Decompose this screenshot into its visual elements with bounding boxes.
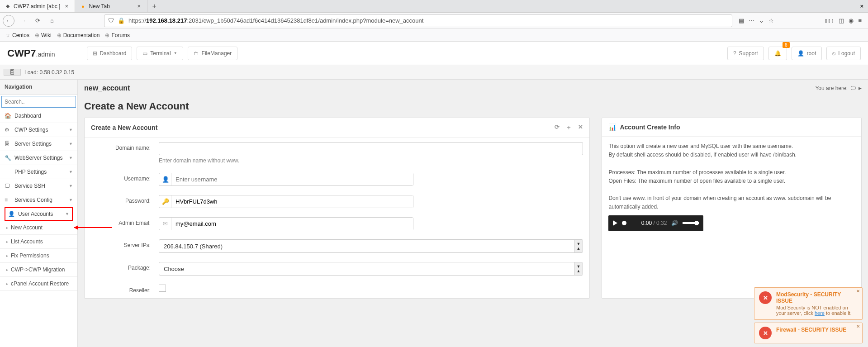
sidebar-item-service-ssh[interactable]: 🖵Service SSH▼ bbox=[0, 179, 77, 193]
form-panel: Create a New Account ⟳ ＋ ✕ Domain name: … bbox=[84, 118, 590, 299]
info-panel: 📊 Account Create Info This option will c… bbox=[602, 118, 862, 299]
tab-favicon: ◆ bbox=[5, 3, 11, 10]
sidebar-subitem-fix-permissions[interactable]: ▸Fix Permissions bbox=[0, 249, 77, 263]
user-icon: 👤 bbox=[797, 50, 804, 57]
chevron-down-icon: ▼ bbox=[69, 142, 73, 146]
sidebar-subitem-label: cPanel Account Restore bbox=[11, 280, 69, 287]
close-icon[interactable]: ✕ bbox=[856, 324, 860, 329]
chevron-right-icon: ▶ bbox=[859, 86, 862, 90]
forward-button[interactable]: → bbox=[17, 15, 29, 27]
reseller-checkbox[interactable] bbox=[159, 285, 166, 292]
sidebar-subitem-label: Fix Permissions bbox=[11, 252, 49, 259]
bell-icon: 🔔 bbox=[774, 50, 781, 57]
terminal-button[interactable]: ▭Terminal▼ bbox=[137, 47, 183, 60]
app-logo: CWP7.admin bbox=[7, 48, 55, 59]
sidebar-item-cwp-settings[interactable]: ⚙CWP Settings▼ bbox=[0, 123, 77, 137]
browser-right-tools: ⫿⫿⫿ ◫ ◉ ≡ bbox=[821, 17, 865, 24]
browser-tab-strip: ◆ CWP7.admin [abc ] × ● New Tab × + × bbox=[0, 0, 868, 13]
package-select[interactable]: Choose ▼▲ bbox=[159, 262, 583, 276]
new-tab-button[interactable]: + bbox=[147, 0, 161, 12]
serverips-select[interactable]: 206.84.150.7 (Shared) ▼▲ bbox=[159, 239, 583, 253]
bookmark-docs[interactable]: ⊕Documentation bbox=[57, 32, 100, 38]
bookmark-forums[interactable]: ⊕Forums bbox=[105, 32, 130, 38]
sidebar-subitem-cpanel-account-restore[interactable]: ▸cPanel Account Restore bbox=[0, 277, 77, 291]
sidebar-item-webserver-settings[interactable]: 🔧WebServer Settings▼ bbox=[0, 151, 77, 165]
tab-title: New Tab bbox=[89, 3, 133, 10]
search-input[interactable] bbox=[1, 96, 76, 108]
home-button[interactable]: ⌂ bbox=[46, 15, 58, 27]
menu-icon[interactable]: ≡ bbox=[858, 17, 862, 24]
browser-toolbar: ← → ⟳ ⌂ 🛡 🔒 https://192.168.18.217:2031/… bbox=[0, 13, 868, 29]
support-icon: ? bbox=[733, 50, 736, 57]
sidebar-item-php-settings[interactable]: PHP Settings▼ bbox=[0, 165, 77, 179]
username-input[interactable] bbox=[172, 173, 413, 185]
bookmark-star-icon[interactable]: ☆ bbox=[768, 17, 774, 24]
info-panel-header: 📊 Account Create Info bbox=[602, 118, 861, 137]
plus-icon[interactable]: ＋ bbox=[566, 124, 572, 132]
sidebar-item-label: PHP Settings bbox=[14, 169, 47, 175]
url-text: https://192.168.18.217:2031/cwp_1b50d746… bbox=[128, 17, 423, 24]
bookmark-wiki[interactable]: ⊕Wiki bbox=[35, 32, 52, 38]
sidebar-item-label: WebServer Settings bbox=[14, 155, 63, 161]
reload-button[interactable]: ⟳ bbox=[32, 15, 43, 27]
close-icon[interactable]: × bbox=[63, 3, 70, 10]
reader-icon[interactable]: ▤ bbox=[739, 17, 744, 24]
serverips-label: Server IPs: bbox=[91, 239, 159, 248]
browser-tab-inactive[interactable]: ● New Tab × bbox=[75, 0, 147, 12]
bookmark-centos[interactable]: ☼Centos bbox=[5, 32, 29, 38]
volume-icon[interactable]: 🔊 bbox=[671, 219, 678, 228]
filemanager-button[interactable]: 🗀FileManager bbox=[188, 47, 238, 60]
sidebar-item-label: Server Settings bbox=[14, 141, 52, 147]
library-icon[interactable]: ⫿⫿⫿ bbox=[825, 17, 834, 24]
key-icon: 🔑 bbox=[159, 195, 172, 208]
back-button[interactable]: ← bbox=[3, 15, 14, 27]
pocket-icon[interactable]: ⌄ bbox=[759, 17, 764, 24]
tab-title: CWP7.admin [abc ] bbox=[14, 3, 60, 10]
progress-handle[interactable] bbox=[622, 221, 626, 225]
domain-input[interactable] bbox=[159, 142, 583, 155]
close-icon[interactable]: × bbox=[135, 3, 142, 10]
sidebar-item-server-settings[interactable]: 🗄Server Settings▼ bbox=[0, 137, 77, 151]
close-icon[interactable]: ✕ bbox=[856, 289, 860, 294]
window-close-button[interactable]: × bbox=[855, 1, 868, 11]
support-button[interactable]: ?Support bbox=[727, 47, 764, 60]
refresh-icon[interactable]: ⟳ bbox=[555, 124, 560, 132]
sidebar-item-services-config[interactable]: ≡Services Config▼ bbox=[0, 193, 77, 207]
svg-marker-1 bbox=[74, 225, 78, 230]
email-input[interactable] bbox=[172, 218, 413, 230]
sidebar-subitem-list-accounts[interactable]: ▸List Accounts bbox=[0, 235, 77, 249]
dashboard-button[interactable]: ⊞Dashboard bbox=[87, 47, 133, 60]
toast-modsecurity: ✕ ModSecurity - SECURITY ISSUE Mod Secur… bbox=[754, 287, 863, 320]
toast-firewall: ✕ Firewall - SECURITY ISSUE ✕ bbox=[754, 323, 863, 343]
logout-button[interactable]: ⎋Logout bbox=[826, 47, 861, 60]
url-bar[interactable]: 🛡 🔒 https://192.168.18.217:2031/cwp_1b50… bbox=[104, 14, 732, 27]
audio-player[interactable]: 0:00 / 0:32 🔊 bbox=[608, 215, 703, 231]
close-icon[interactable]: ✕ bbox=[578, 124, 583, 132]
user-button[interactable]: 👤root bbox=[792, 47, 822, 60]
browser-tab-active[interactable]: ◆ CWP7.admin [abc ] × bbox=[0, 0, 75, 12]
sidebar-subitem-new-account[interactable]: ▸New Account bbox=[0, 221, 77, 235]
password-label: Password: bbox=[91, 195, 159, 204]
wrench-icon: 🔧 bbox=[5, 155, 11, 161]
sidebar-subitem-cwp-cwp-migration[interactable]: ▸CWP->CWP Migration bbox=[0, 263, 77, 277]
info-text: Processes: The maximum number of process… bbox=[608, 168, 855, 177]
sidebar-item-user-accounts[interactable]: 👤User Accounts▼ bbox=[5, 207, 73, 221]
chevron-down-icon: ▼▲ bbox=[574, 262, 583, 275]
toast-link[interactable]: here bbox=[815, 310, 825, 316]
panel-header: Create a New Account ⟳ ＋ ✕ bbox=[85, 118, 589, 138]
monitor-icon[interactable]: 🖵 bbox=[850, 85, 856, 91]
sidebar-icon[interactable]: ◫ bbox=[839, 17, 844, 24]
volume-slider[interactable] bbox=[683, 222, 699, 224]
password-input[interactable] bbox=[172, 195, 413, 208]
load-values: 0.58 0.32 0.15 bbox=[39, 69, 74, 76]
folder-icon: 🗀 bbox=[194, 50, 199, 57]
notifications-button[interactable]: 🔔 bbox=[768, 47, 787, 60]
extensions-icon[interactable]: ◉ bbox=[849, 17, 854, 24]
play-icon[interactable] bbox=[613, 220, 617, 226]
sidebar-item-dashboard[interactable]: 🏠Dashboard bbox=[0, 109, 77, 123]
database-icon[interactable]: 🗄 bbox=[4, 69, 21, 76]
more-icon[interactable]: ⋯ bbox=[749, 17, 754, 24]
tab-favicon: ● bbox=[80, 3, 86, 10]
audio-time: 0:00 / 0:32 bbox=[641, 219, 667, 228]
sliders-icon: ≡ bbox=[5, 197, 11, 203]
